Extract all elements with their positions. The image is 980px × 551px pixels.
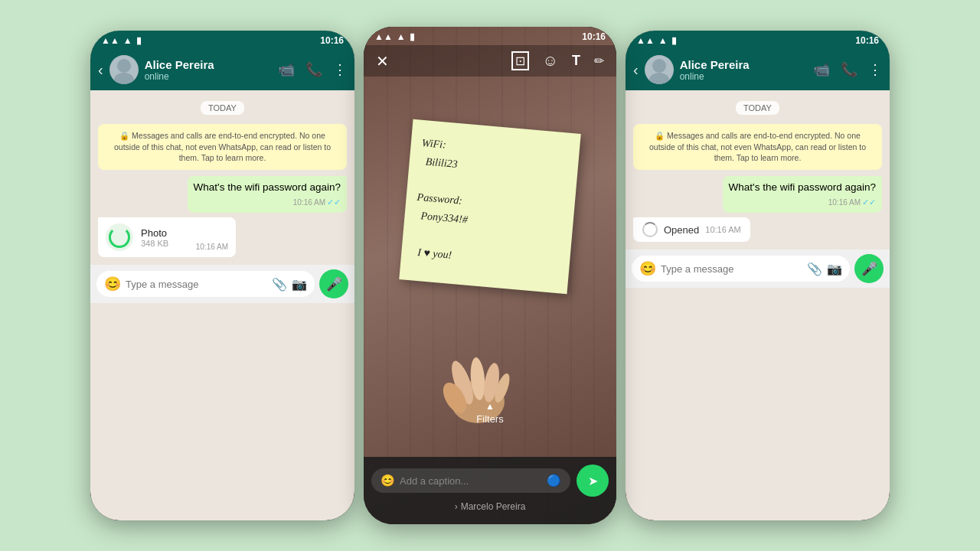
message-input-container-right: 😊 📎 📷 [632,256,850,282]
emoji-button-right[interactable]: 😊 [639,260,656,277]
emoji-icon-mid[interactable]: ☺ [543,52,558,70]
opened-text: Opened [664,224,699,236]
attach-button-right[interactable]: 📎 [807,262,822,276]
back-button-left[interactable]: ‹ [98,61,103,79]
battery-icon: ▮ [136,35,142,46]
date-badge-left: TODAY [201,101,244,115]
phone-right: ▲▲ ▲ ▮ 10:16 ‹ Alice Pereira online 📹 📞 [626,31,890,520]
wifi-icon-mid: ▲ [397,31,406,42]
photo-name-left: Photo [141,227,168,239]
status-time-left: 10:16 [320,35,344,46]
message-input-right[interactable] [661,263,802,275]
loading-spinner-left [109,227,130,248]
header-icons-right: 📹 📞 ⋮ [813,61,882,78]
viewer-toolbar: ✕ ⊡ ☺ T ✏ [364,45,616,77]
caption-row: 😊 🔵 ➤ [371,465,609,497]
svg-point-8 [652,59,666,73]
read-ticks-left: ✓✓ [327,197,341,208]
photo-info-left: Photo 348 KB [141,227,168,248]
send-button-mid[interactable]: ➤ [577,465,609,497]
sent-time-right: 10:16 AM ✓✓ [729,197,876,208]
viewer-input-bar: 😊 🔵 ➤ › Marcelo Pereira [364,457,616,524]
sent-text-right: What's the wifi password again? [729,181,876,195]
encryption-notice-left: 🔒 Messages and calls are end-to-end encr… [98,124,347,170]
status-bar-middle: ▲▲ ▲ ▮ 10:16 [364,27,616,45]
contact-status-right: online [680,71,807,82]
battery-icon-mid: ▮ [410,31,415,42]
date-badge-right: TODAY [736,101,779,115]
emoji-button-left[interactable]: 😊 [104,276,121,292]
signal-icon-right: ▲▲ [636,35,655,46]
wifi-icon: ▲ [123,35,132,46]
status-bar-left: ▲▲ ▲ ▮ 10:16 [90,31,354,49]
chat-header-left: ‹ Alice Pereira online 📹 📞 ⋮ [90,49,354,90]
phone-middle: ▲▲ ▲ ▮ 10:16 ✕ ⊡ ☺ T ✏ WiFi: Bili [364,27,616,524]
video-call-icon-left[interactable]: 📹 [278,61,295,78]
avatar-left [109,55,139,84]
opened-badge: Opened 10:16 AM [633,217,750,242]
sent-message-right: What's the wifi password again? 10:16 AM… [723,176,882,213]
svg-point-1 [114,73,134,84]
contact-name-left: Alice Pereira [145,58,272,71]
read-ticks-right: ✓✓ [862,197,876,208]
contact-status-left: online [145,71,272,82]
chat-header-right: ‹ Alice Pereira online 📹 📞 ⋮ [626,49,890,90]
status-time-right: 10:16 [855,35,879,46]
photo-viewer-screen: ▲▲ ▲ ▮ 10:16 ✕ ⊡ ☺ T ✏ WiFi: Bili [364,27,616,524]
status-bar-right: ▲▲ ▲ ▮ 10:16 [626,31,890,49]
video-call-icon-right[interactable]: 📹 [813,61,830,78]
chat-area-right: TODAY 🔒 Messages and calls are end-to-en… [626,90,890,249]
photo-time-left: 10:16 AM [196,243,228,251]
voice-call-icon-right[interactable]: 📞 [841,61,858,78]
voice-call-icon-left[interactable]: 📞 [305,61,322,78]
draw-icon[interactable]: ✏ [594,54,604,68]
signal-icon: ▲▲ [101,35,119,46]
photo-bubble-left[interactable]: Photo 348 KB 10:16 AM [98,217,236,257]
sent-time-left: 10:16 AM ✓✓ [194,197,341,208]
message-input-container-left: 😊 📎 📷 [96,271,315,297]
menu-icon-right[interactable]: ⋮ [868,61,882,78]
viewer-tool-icons: ⊡ ☺ T ✏ [511,51,604,70]
camera-button-left[interactable]: 📷 [292,277,307,292]
attach-button-left[interactable]: 📎 [272,277,287,292]
menu-icon-left[interactable]: ⋮ [333,61,347,78]
opened-spinner [642,222,658,237]
caption-input-container: 😊 🔵 [371,468,570,493]
chevron-up-icon: ▲ [485,401,495,412]
avatar-right [645,55,674,84]
svg-point-9 [649,73,669,84]
header-icons-left: 📹 📞 ⋮ [278,61,347,78]
filters-label[interactable]: ▲ Filters [476,401,503,425]
contact-info-left: Alice Pereira online [145,58,272,82]
photo-icon-left [106,223,133,251]
chevron-right-icon: › [455,501,458,512]
contact-info-right: Alice Pereira online [680,58,807,82]
crop-icon[interactable]: ⊡ [511,51,529,70]
close-button-mid[interactable]: ✕ [376,52,389,70]
photo-size-left: 348 KB [141,239,168,248]
mic-button-right[interactable]: 🎤 [854,254,884,283]
opened-time: 10:16 AM [705,225,740,234]
battery-icon-right: ▮ [671,35,677,46]
status-time-mid: 10:16 [582,31,606,42]
sticky-note: WiFi: Bilili23 Password: Pony334!# I ♥ y… [399,119,580,294]
emoji-caption-icon[interactable]: 😊 [381,474,395,487]
sent-message-left: What's the wifi password again? 10:16 AM… [188,176,347,213]
signal-icon-mid: ▲▲ [374,31,393,42]
caption-input[interactable] [400,475,542,487]
svg-point-0 [117,59,131,73]
input-bar-left: 😊 📎 📷 🎤 [90,265,354,303]
back-button-right[interactable]: ‹ [633,61,639,79]
recipient-label: Marcelo Pereira [461,501,526,512]
contact-name-right: Alice Pereira [680,58,807,71]
sticker-icon[interactable]: 🔵 [547,474,561,487]
message-input-left[interactable] [126,279,267,290]
chat-area-left: TODAY 🔒 Messages and calls are end-to-en… [90,90,354,265]
recipient-row: › Marcelo Pereira [371,501,609,512]
mic-button-left[interactable]: 🎤 [319,269,348,298]
text-icon[interactable]: T [572,53,580,69]
phone-left: ▲▲ ▲ ▮ 10:16 ‹ Alice Pereira online 📹 📞 [90,31,354,520]
camera-button-right[interactable]: 📷 [827,262,842,276]
sent-text-left: What's the wifi password again? [194,181,341,195]
wifi-icon-right: ▲ [658,35,668,46]
